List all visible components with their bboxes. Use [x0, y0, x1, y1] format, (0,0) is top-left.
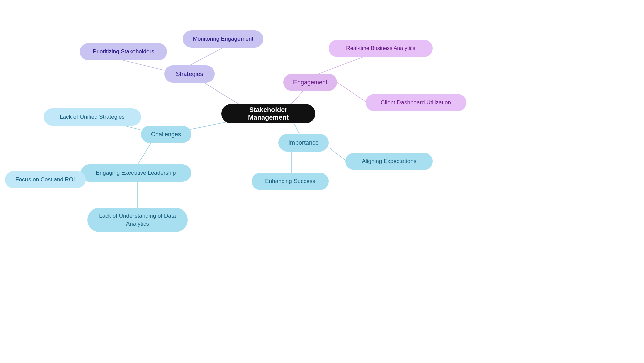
- engaging-node: Engaging Executive Leadership: [80, 164, 191, 182]
- engagement-node: Engagement: [283, 74, 337, 91]
- challenges-node: Challenges: [141, 126, 191, 143]
- prioritizing-node: Prioritizing Stakeholders: [80, 43, 167, 60]
- enhancing-node: Enhancing Success: [252, 173, 329, 190]
- client-dashboard-node: Client Dashboard Utilization: [366, 94, 466, 111]
- center-node: Stakeholder Management: [221, 104, 315, 123]
- realtime-node: Real-time Business Analytics: [329, 40, 433, 57]
- svg-line-7: [337, 82, 367, 103]
- svg-line-4: [190, 48, 223, 65]
- lack-data-node: Lack of Understanding of Data Analytics: [87, 208, 188, 232]
- svg-line-5: [123, 60, 164, 70]
- importance-node: Importance: [278, 134, 329, 152]
- monitoring-node: Monitoring Engagement: [183, 30, 263, 48]
- aligning-node: Aligning Expectations: [345, 153, 433, 170]
- strategies-node: Strategies: [164, 65, 215, 83]
- svg-line-12: [329, 147, 347, 161]
- lack-unified-node: Lack of Unified Strategies: [44, 108, 141, 126]
- svg-line-9: [138, 143, 151, 164]
- focus-cost-node: Focus on Cost and ROI: [5, 171, 86, 188]
